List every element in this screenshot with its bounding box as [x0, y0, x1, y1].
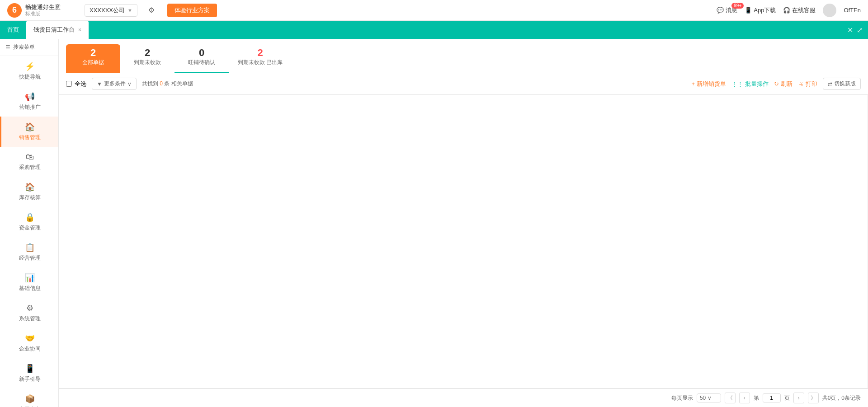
found-count: 0 — [160, 80, 163, 87]
quick-nav-icon: ⚡ — [25, 61, 35, 71]
stats-tab-overdue-unshipped[interactable]: 2 到期未收款 已出库 — [229, 44, 292, 73]
select-all-input[interactable] — [66, 81, 72, 87]
refresh-button[interactable]: ↻ 刷新 — [774, 80, 793, 88]
notification-area[interactable]: 💬 消息 99+ — [717, 6, 737, 14]
stats-tabs: 2 全部单据 2 到期未收款 0 旺铺待确认 2 到期未收款 已出库 — [59, 39, 868, 73]
finance-label: 资金管理 — [19, 224, 41, 232]
header-right: 💬 消息 99+ 📱 App下载 🎧 在线客服 OfTEn — [717, 4, 861, 17]
sidebar-item-marketing[interactable]: 📢 营销推广 — [0, 86, 58, 117]
content-area: 2 全部单据 2 到期未收款 0 旺铺待确认 2 到期未收款 已出库 全选 — [59, 39, 868, 407]
app-version: 标准版 — [25, 11, 61, 17]
sidebar-item-sales[interactable]: 🏠 销售管理 — [0, 117, 58, 147]
sidebar-search[interactable]: ☰ 搜索菜单 — [0, 39, 58, 56]
page-size-number: 50 — [700, 395, 706, 401]
operations-label: 经营管理 — [19, 254, 41, 262]
operations-icon: 📋 — [25, 243, 35, 253]
search-menu-label: 搜索菜单 — [13, 43, 35, 51]
sidebar-item-quick-nav[interactable]: ⚡ 快捷导航 — [0, 56, 58, 86]
system-icon: ⚙ — [26, 303, 33, 313]
notification-icon: 💬 — [717, 7, 724, 14]
enterprise-icon: 🤝 — [25, 333, 35, 343]
toolbar-right: + 新增销货单 ⋮⋮ 批量操作 ↻ 刷新 🖨 打印 ⇄ 切换新版 — [691, 78, 861, 90]
app-center-icon: 📦 — [25, 394, 35, 404]
app-download-label: App下载 — [754, 6, 776, 14]
guide-label: 新手引导 — [19, 375, 41, 383]
batch-icon: ⋮⋮ — [731, 80, 743, 87]
tab-close-button[interactable]: × — [78, 27, 81, 33]
prev-page-button[interactable]: ‹ — [739, 393, 750, 403]
tab-workbench[interactable]: 钱货日清工作台 × — [26, 21, 89, 39]
sidebar-item-enterprise[interactable]: 🤝 企业协同 — [0, 328, 58, 358]
more-filter-button[interactable]: ▼ 更多条件 ∨ — [92, 78, 137, 90]
online-service-button[interactable]: 🎧 在线客服 — [783, 6, 816, 14]
company-dropdown-arrow: ▼ — [127, 8, 132, 13]
batch-operation-button[interactable]: ⋮⋮ 批量操作 — [731, 80, 769, 88]
table-area — [59, 95, 868, 388]
guide-icon: 📱 — [25, 364, 35, 374]
stats-tab-all[interactable]: 2 全部单据 — [66, 44, 120, 73]
top-header: 6 畅捷通好生意 标准版 XXXXXX公司 ▼ ⚙ 体验行业方案 💬 消息 99… — [0, 0, 868, 21]
logo-divider — [68, 4, 68, 17]
sidebar-item-purchase[interactable]: 🛍 采购管理 — [0, 147, 58, 177]
stats-tab-overdue-count: 2 — [145, 48, 150, 58]
tab-minimize-button[interactable]: ✕ — [847, 26, 853, 34]
app-name-area: 畅捷通好生意 标准版 — [25, 4, 61, 17]
app-logo: 6 — [7, 3, 22, 18]
sidebar-item-app-center[interactable]: 📦 应用中心 — [0, 388, 58, 407]
next-page-icon: › — [798, 395, 800, 401]
first-page-icon: 《 — [727, 394, 733, 402]
next-page-button[interactable]: › — [793, 393, 804, 403]
tab-expand-button[interactable]: ⤢ — [857, 26, 863, 34]
total-label: 共0页，0条记录 — [822, 394, 861, 402]
found-unit: 条 相关单据 — [164, 80, 193, 87]
company-selector[interactable]: XXXXXX公司 ▼ — [85, 4, 137, 17]
tab-home[interactable]: 首页 — [0, 21, 26, 39]
stats-tab-unshipped-count: 2 — [258, 48, 263, 58]
print-button[interactable]: 🖨 打印 — [798, 80, 817, 88]
sidebar-item-inventory[interactable]: 🏠 库存核算 — [0, 177, 58, 207]
select-all-checkbox[interactable]: 全选 — [66, 80, 86, 88]
sidebar-item-system[interactable]: ⚙ 系统管理 — [0, 298, 58, 328]
add-label: 新增销货单 — [697, 80, 726, 88]
select-all-label: 全选 — [75, 80, 86, 88]
logo-area: 6 畅捷通好生意 标准版 XXXXXX公司 ▼ ⚙ 体验行业方案 — [7, 3, 217, 18]
settings-button[interactable]: ⚙ — [145, 4, 158, 17]
add-icon: + — [691, 80, 695, 87]
stats-tab-unshipped-label: 到期未收款 已出库 — [238, 59, 283, 66]
sales-label: 销售管理 — [19, 134, 41, 141]
current-page-input[interactable] — [763, 393, 781, 402]
company-name: XXXXXX公司 — [90, 6, 125, 14]
user-avatar[interactable] — [823, 4, 836, 17]
finance-icon: 🔒 — [25, 212, 35, 222]
purchase-label: 采购管理 — [19, 164, 41, 171]
last-page-button[interactable]: 》 — [808, 393, 819, 403]
sidebar-item-guide[interactable]: 📱 新手引导 — [0, 358, 58, 388]
page-di-label: 第 — [754, 394, 759, 402]
found-prefix: 共找到 — [142, 80, 158, 87]
main-layout: ☰ 搜索菜单 ⚡ 快捷导航 📢 营销推广 🏠 销售管理 🛍 采购管理 🏠 库存核… — [0, 39, 868, 407]
stats-tab-wangpu-label: 旺铺待确认 — [188, 59, 215, 66]
page-size-selector[interactable]: 50 ∨ — [697, 393, 721, 402]
page-size-value[interactable]: 50 ∨ — [697, 393, 721, 402]
switch-label: 切换新版 — [834, 80, 856, 88]
stats-tab-all-label: 全部单据 — [82, 59, 104, 66]
sidebar: ☰ 搜索菜单 ⚡ 快捷导航 📢 营销推广 🏠 销售管理 🛍 采购管理 🏠 库存核… — [0, 39, 59, 407]
search-icon: ☰ — [5, 44, 10, 51]
page-ye-label: 页 — [784, 394, 790, 402]
stats-tab-wangpu[interactable]: 0 旺铺待确认 — [175, 44, 229, 73]
experience-button[interactable]: 体验行业方案 — [167, 4, 217, 17]
filter-label: 更多条件 — [104, 80, 126, 88]
app-download-button[interactable]: 📱 App下载 — [745, 6, 776, 14]
sidebar-item-operations[interactable]: 📋 经营管理 — [0, 237, 58, 267]
tab-workbench-label: 钱货日清工作台 — [33, 26, 75, 34]
add-sales-order-button[interactable]: + 新增销货单 — [691, 80, 726, 88]
filter-icon: ▼ — [97, 81, 102, 87]
last-page-icon: 》 — [811, 394, 816, 402]
switch-version-button[interactable]: ⇄ 切换新版 — [823, 78, 861, 90]
switch-icon: ⇄ — [828, 81, 832, 87]
first-page-button[interactable]: 《 — [725, 393, 736, 403]
stats-tab-overdue-unpaid[interactable]: 2 到期未收款 — [120, 44, 175, 73]
sidebar-item-finance[interactable]: 🔒 资金管理 — [0, 207, 58, 237]
per-page-label: 每页显示 — [671, 394, 693, 402]
sidebar-item-basic-info[interactable]: 📊 基础信息 — [0, 267, 58, 298]
